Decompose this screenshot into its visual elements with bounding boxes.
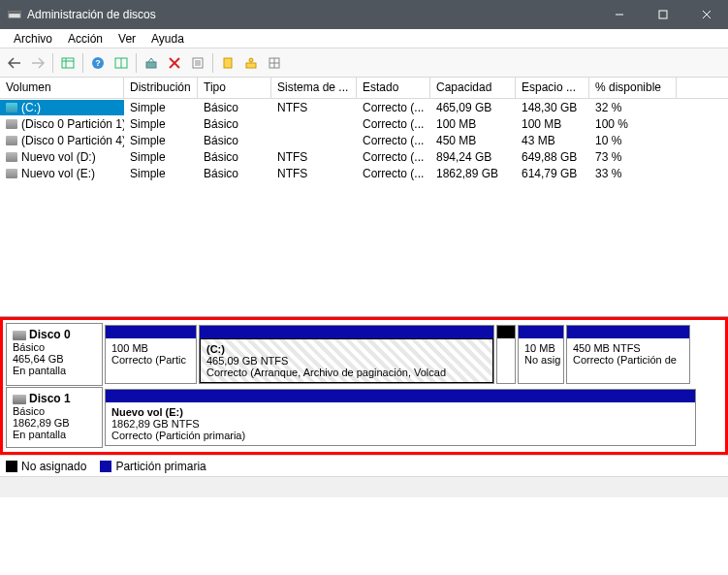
cell-status: Correcto (... <box>357 166 430 181</box>
cell-cap: 894,24 GB <box>430 149 516 165</box>
cell-layout: Simple <box>124 149 198 165</box>
col-fs[interactable]: Sistema de ... <box>271 78 357 98</box>
new-button[interactable] <box>217 52 238 74</box>
cell-pct: 33 % <box>589 166 677 181</box>
partition-body: (C:)465,09 GB NTFSCorrecto (Arranque, Ar… <box>200 338 493 383</box>
col-capacity[interactable]: Capacidad <box>430 78 516 98</box>
volume-row[interactable]: (C:)SimpleBásicoNTFSCorrecto (...465,09 … <box>0 99 728 115</box>
toolbar: ? <box>0 48 728 78</box>
col-free[interactable]: Espacio ... <box>516 78 589 98</box>
refresh-button[interactable] <box>264 52 285 74</box>
close-button[interactable] <box>684 0 728 29</box>
cell-type: Básico <box>198 166 271 181</box>
partition-header <box>106 390 695 402</box>
cell-pct: 10 % <box>589 133 677 148</box>
volume-row[interactable]: Nuevo vol (E:)SimpleBásicoNTFSCorrecto (… <box>0 165 728 181</box>
col-layout[interactable]: Distribución <box>124 78 198 98</box>
settings-button[interactable] <box>141 52 162 74</box>
volume-row[interactable]: Nuevo vol (D:)SimpleBásicoNTFSCorrecto (… <box>0 148 728 165</box>
delete-button[interactable] <box>164 52 185 74</box>
partition-body: 100 MBCorrecto (Partic <box>106 338 196 383</box>
forward-button[interactable] <box>27 52 48 74</box>
partition[interactable] <box>496 325 516 384</box>
volume-list-header: Volumen Distribución Tipo Sistema de ...… <box>0 78 728 99</box>
disk-graphical-view: Disco 0Básico465,64 GBEn pantalla100 MBC… <box>0 317 728 455</box>
disk-mgmt-icon <box>8 8 21 21</box>
view-button[interactable] <box>57 52 79 74</box>
volume-icon <box>6 169 17 178</box>
cell-fs: NTFS <box>271 166 357 181</box>
cell-status: Correcto (... <box>357 149 430 165</box>
col-type[interactable]: Tipo <box>198 78 271 98</box>
cell-pct: 100 % <box>589 116 677 132</box>
col-volume[interactable]: Volumen <box>0 78 124 98</box>
svg-point-22 <box>249 58 253 62</box>
partition[interactable]: Nuevo vol (E:)1862,89 GB NTFSCorrecto (P… <box>105 389 696 446</box>
disk-label[interactable]: Disco 1Básico1862,89 GBEn pantalla <box>6 387 103 448</box>
volume-icon <box>6 103 17 112</box>
cell-type: Básico <box>198 116 271 132</box>
partition-body: 450 MB NTFSCorrecto (Partición de <box>567 338 689 383</box>
minimize-button[interactable] <box>597 0 641 29</box>
mount-button[interactable] <box>240 52 262 74</box>
menubar: Archivo Acción Ver Ayuda <box>0 29 728 48</box>
disk-label[interactable]: Disco 0Básico465,64 GBEn pantalla <box>6 323 103 386</box>
cell-status: Correcto (... <box>357 116 430 132</box>
window-title: Administración de discos <box>27 8 597 21</box>
cell-layout: Simple <box>124 166 198 181</box>
cell-cap: 1862,89 GB <box>430 166 516 181</box>
layout-button[interactable] <box>111 52 132 74</box>
titlebar: Administración de discos <box>0 0 728 29</box>
cell-name: (Disco 0 Partición 4) <box>0 133 124 148</box>
menu-view[interactable]: Ver <box>111 30 143 48</box>
menu-file[interactable]: Archivo <box>6 30 60 48</box>
partition[interactable]: 10 MBNo asig <box>518 325 564 384</box>
cell-layout: Simple <box>124 100 198 115</box>
legend: No asignado Partición primaria <box>0 455 728 476</box>
cell-cap: 465,09 GB <box>430 100 516 115</box>
partition-header <box>106 326 196 338</box>
svg-text:?: ? <box>95 58 101 68</box>
partition-header <box>497 326 515 338</box>
partition-header <box>200 326 493 338</box>
svg-rect-20 <box>224 58 232 68</box>
cell-name: Nuevo vol (D:) <box>0 149 124 165</box>
cell-type: Básico <box>198 149 271 165</box>
legend-unallocated: No asignado <box>6 460 86 473</box>
back-button[interactable] <box>4 52 25 74</box>
cell-cap: 450 MB <box>430 133 516 148</box>
partition-header <box>567 326 689 338</box>
partition[interactable]: 450 MB NTFSCorrecto (Partición de <box>566 325 690 384</box>
cell-type: Básico <box>198 133 271 148</box>
volume-list[interactable]: Volumen Distribución Tipo Sistema de ...… <box>0 78 728 317</box>
cell-type: Básico <box>198 100 271 115</box>
volume-row[interactable]: (Disco 0 Partición 4)SimpleBásicoCorrect… <box>0 132 728 148</box>
cell-layout: Simple <box>124 116 198 132</box>
partition-container: 100 MBCorrecto (Partic(C:)465,09 GB NTFS… <box>103 323 722 386</box>
col-status[interactable]: Estado <box>357 78 430 98</box>
cell-name: (Disco 0 Partición 1) <box>0 116 124 132</box>
volume-row[interactable]: (Disco 0 Partición 1)SimpleBásicoCorrect… <box>0 115 728 132</box>
menu-help[interactable]: Ayuda <box>143 30 192 48</box>
cell-fs <box>271 123 357 125</box>
disk-row: Disco 1Básico1862,89 GBEn pantallaNuevo … <box>6 387 722 449</box>
partition[interactable]: 100 MBCorrecto (Partic <box>105 325 197 384</box>
cell-fs <box>271 140 357 142</box>
cell-free: 649,88 GB <box>516 149 589 165</box>
partition-container: Nuevo vol (E:)1862,89 GB NTFSCorrecto (P… <box>103 387 722 448</box>
help-button[interactable]: ? <box>87 52 109 74</box>
cell-pct: 73 % <box>589 149 677 165</box>
col-pct[interactable]: % disponible <box>589 78 677 98</box>
legend-primary: Partición primaria <box>100 460 206 473</box>
maximize-button[interactable] <box>641 0 684 29</box>
svg-rect-1 <box>9 12 20 15</box>
cell-fs: NTFS <box>271 100 357 115</box>
properties-button[interactable] <box>187 52 208 74</box>
partition-body: Nuevo vol (E:)1862,89 GB NTFSCorrecto (P… <box>106 402 695 445</box>
cell-free: 148,30 GB <box>516 100 589 115</box>
partition[interactable]: (C:)465,09 GB NTFSCorrecto (Arranque, Ar… <box>199 325 494 384</box>
volume-icon <box>6 136 17 145</box>
partition-header <box>519 326 563 338</box>
menu-action[interactable]: Acción <box>60 30 111 48</box>
cell-free: 100 MB <box>516 116 589 132</box>
